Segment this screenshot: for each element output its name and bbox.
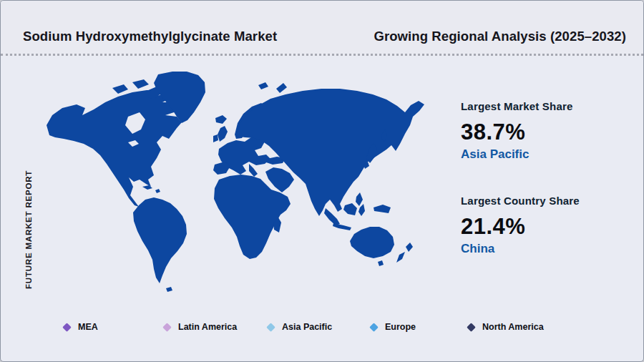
legend-item-mea: MEA xyxy=(64,321,98,333)
stats-panel: Largest Market Share 38.7% Asia Pacific … xyxy=(461,100,633,256)
brand-vertical-label: FUTURE MARKET REPORT xyxy=(24,164,36,295)
legend-item-europe: Europe xyxy=(371,321,416,333)
legend-diamond-icon xyxy=(162,323,172,332)
stat-value: 38.7% xyxy=(461,121,633,143)
page-title-left: Sodium Hydroxymethylglycinate Market xyxy=(23,29,277,44)
legend-item-north-america: North America xyxy=(468,321,544,333)
legend-label: Latin America xyxy=(178,322,237,332)
header: Sodium Hydroxymethylglycinate Market Gro… xyxy=(1,1,643,56)
stat-value: 21.4% xyxy=(461,215,633,238)
stat-region: Asia Pacific xyxy=(461,147,633,162)
stat-largest-market-share: Largest Market Share 38.7% Asia Pacific xyxy=(461,100,633,162)
legend-item-latin-america: Latin America xyxy=(164,321,237,333)
legend-diamond-icon xyxy=(369,323,379,332)
legend-diamond-icon xyxy=(62,323,72,332)
world-map xyxy=(44,65,444,315)
legend-diamond-icon xyxy=(266,323,275,332)
stat-label: Largest Country Share xyxy=(461,195,633,207)
world-map-svg xyxy=(44,65,444,315)
legend-label: MEA xyxy=(78,322,98,332)
legend-item-asia-pacific: Asia Pacific xyxy=(268,321,332,333)
legend-diamond-icon xyxy=(467,323,476,332)
infographic-frame: Sodium Hydroxymethylglycinate Market Gro… xyxy=(0,0,644,362)
world-landmass xyxy=(47,72,424,292)
stat-label: Largest Market Share xyxy=(461,100,633,112)
page-title-right: Growing Regional Analysis (2025–2032) xyxy=(374,29,626,44)
legend-label: Asia Pacific xyxy=(282,322,332,332)
stat-region: China xyxy=(461,242,633,256)
legend-label: North America xyxy=(482,322,544,332)
stat-largest-country-share: Largest Country Share 21.4% China xyxy=(461,195,633,256)
legend-label: Europe xyxy=(385,322,416,332)
